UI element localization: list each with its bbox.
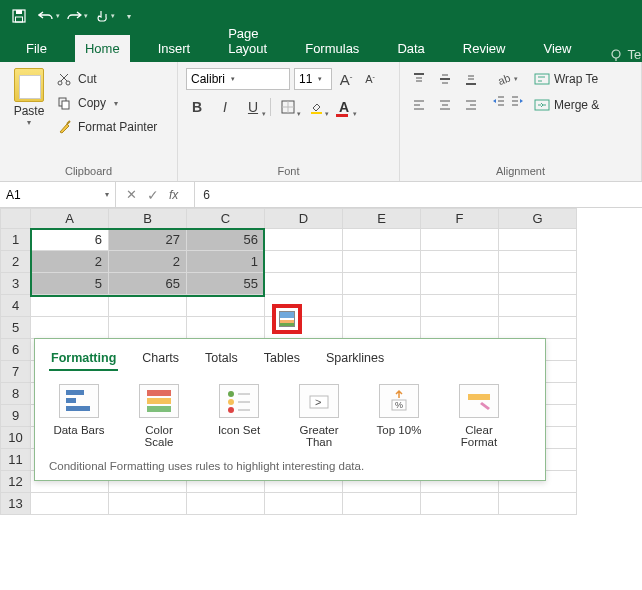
cell[interactable]: 65	[109, 273, 187, 295]
merge-center-button[interactable]: Merge &	[534, 94, 599, 116]
name-box[interactable]: A1 ▾	[0, 182, 116, 207]
row-header[interactable]: 8	[1, 383, 31, 405]
row-header[interactable]: 3	[1, 273, 31, 295]
cell[interactable]	[421, 295, 499, 317]
cell[interactable]	[187, 493, 265, 515]
cell[interactable]	[343, 273, 421, 295]
col-header[interactable]: G	[499, 209, 577, 229]
borders-button[interactable]: ▾	[277, 96, 299, 118]
tab-insert[interactable]: Insert	[148, 35, 201, 62]
wrap-text-button[interactable]: Wrap Te	[534, 68, 599, 90]
cell[interactable]	[265, 251, 343, 273]
align-top-icon[interactable]	[408, 68, 430, 90]
enter-formula-icon[interactable]: ✓	[147, 187, 159, 203]
cell[interactable]: 2	[31, 251, 109, 273]
cell[interactable]	[343, 493, 421, 515]
cell[interactable]	[265, 229, 343, 251]
col-header[interactable]: D	[265, 209, 343, 229]
cell[interactable]	[265, 273, 343, 295]
cell[interactable]	[499, 493, 577, 515]
bold-button[interactable]: B	[186, 96, 208, 118]
cell[interactable]	[187, 317, 265, 339]
align-bottom-icon[interactable]	[460, 68, 482, 90]
cell[interactable]	[343, 295, 421, 317]
col-header[interactable]: E	[343, 209, 421, 229]
formula-input[interactable]: 6	[195, 188, 642, 202]
decrease-indent-icon[interactable]	[492, 94, 506, 108]
touch-mode-icon[interactable]: ▾	[92, 3, 118, 29]
cell[interactable]	[31, 317, 109, 339]
cut-button[interactable]: Cut	[56, 68, 157, 90]
col-header[interactable]: B	[109, 209, 187, 229]
fill-color-button[interactable]: ▾	[305, 96, 327, 118]
italic-button[interactable]: I	[214, 96, 236, 118]
cell[interactable]	[421, 229, 499, 251]
underline-button[interactable]: U▾	[242, 96, 264, 118]
cell[interactable]	[421, 273, 499, 295]
font-size-select[interactable]: 11▾	[294, 68, 332, 90]
col-header[interactable]: A	[31, 209, 109, 229]
cell[interactable]: 56	[187, 229, 265, 251]
chevron-down-icon[interactable]: ▾	[27, 118, 31, 127]
row-header[interactable]: 10	[1, 427, 31, 449]
row-header[interactable]: 13	[1, 493, 31, 515]
row-header[interactable]: 1	[1, 229, 31, 251]
font-color-button[interactable]: A▾	[333, 96, 355, 118]
row-header[interactable]: 2	[1, 251, 31, 273]
qa-tab-formatting[interactable]: Formatting	[49, 349, 118, 371]
cell[interactable]	[109, 295, 187, 317]
cell[interactable]: 55	[187, 273, 265, 295]
select-all-corner[interactable]	[1, 209, 31, 229]
cancel-formula-icon[interactable]: ✕	[126, 187, 137, 202]
cell[interactable]: 6	[31, 229, 109, 251]
undo-icon[interactable]: ▾	[36, 3, 62, 29]
cell[interactable]	[187, 295, 265, 317]
tab-file[interactable]: File	[16, 35, 57, 62]
format-painter-button[interactable]: Format Painter	[56, 116, 157, 138]
cell[interactable]: 1	[187, 251, 265, 273]
tab-formulas[interactable]: Formulas	[295, 35, 369, 62]
cell[interactable]: 2	[109, 251, 187, 273]
cell[interactable]	[343, 251, 421, 273]
cell[interactable]	[109, 317, 187, 339]
qa-option-top-10[interactable]: % Top 10%	[369, 384, 429, 448]
qa-option-greater-than[interactable]: > Greater Than	[289, 384, 349, 448]
qa-tab-charts[interactable]: Charts	[140, 349, 181, 371]
cell[interactable]: 5	[31, 273, 109, 295]
align-left-icon[interactable]	[408, 94, 430, 116]
cell[interactable]	[343, 229, 421, 251]
font-name-select[interactable]: Calibri▾	[186, 68, 290, 90]
decrease-font-icon[interactable]: Aˇ	[360, 68, 380, 90]
row-header[interactable]: 9	[1, 405, 31, 427]
row-header[interactable]: 5	[1, 317, 31, 339]
cell[interactable]: 27	[109, 229, 187, 251]
fx-icon[interactable]: fx	[169, 188, 184, 202]
qa-tab-tables[interactable]: Tables	[262, 349, 302, 371]
tab-data[interactable]: Data	[387, 35, 434, 62]
redo-icon[interactable]: ▾	[64, 3, 90, 29]
cell[interactable]	[421, 493, 499, 515]
qa-option-icon-set[interactable]: Icon Set	[209, 384, 269, 448]
increase-font-icon[interactable]: Aˆ	[336, 68, 356, 90]
cell[interactable]	[499, 251, 577, 273]
cell[interactable]	[31, 295, 109, 317]
paste-button[interactable]: Paste ▾	[8, 68, 50, 138]
save-icon[interactable]	[6, 3, 32, 29]
orientation-button[interactable]: ab▾	[492, 68, 522, 90]
cell[interactable]	[499, 273, 577, 295]
qa-option-color-scale[interactable]: Color Scale	[129, 384, 189, 448]
align-center-icon[interactable]	[434, 94, 456, 116]
cell[interactable]	[31, 493, 109, 515]
quick-analysis-button[interactable]	[272, 304, 302, 334]
qa-option-clear-format[interactable]: Clear Format	[449, 384, 509, 448]
col-header[interactable]: C	[187, 209, 265, 229]
worksheet-grid[interactable]: A B C D E F G 162756 2221 356555 4 5 6 7…	[0, 208, 642, 515]
cell[interactable]	[109, 493, 187, 515]
col-header[interactable]: F	[421, 209, 499, 229]
cell[interactable]	[421, 251, 499, 273]
align-middle-icon[interactable]	[434, 68, 456, 90]
tell-me[interactable]: Tell	[609, 47, 642, 62]
row-header[interactable]: 4	[1, 295, 31, 317]
cell[interactable]	[499, 229, 577, 251]
cell[interactable]	[421, 317, 499, 339]
